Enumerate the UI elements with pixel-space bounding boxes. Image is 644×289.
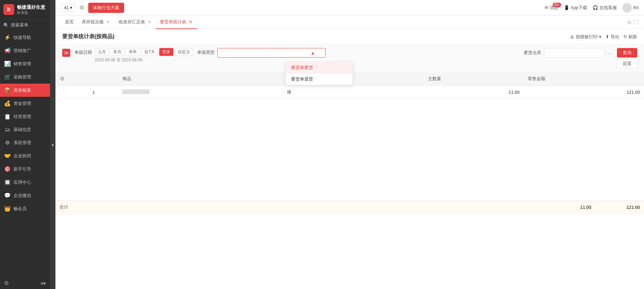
workspace-selector[interactable]: 41 ▾ xyxy=(61,3,75,12)
messages-btn[interactable]: ✉ 消息 99+ xyxy=(545,5,558,11)
sidebar-item-basic[interactable]: 🗂 基础信息 xyxy=(0,123,50,136)
col-qty: 主数量 xyxy=(424,72,524,86)
tab-home[interactable]: 首页 xyxy=(61,16,78,29)
close-requisition-stats-tab[interactable]: ✕ xyxy=(188,20,193,24)
sales-icon: 📊 xyxy=(4,61,11,67)
product-name-placeholder xyxy=(122,89,149,94)
sidebar-item-guide[interactable]: 🎯 新手引导 xyxy=(0,162,50,176)
page-actions: 🖨 按模板打印 ▾ ⬆ 导出 ↻ 刷新 xyxy=(570,34,637,40)
sidebar-scroll-up[interactable]: ▲ xyxy=(50,0,55,289)
chevron-down-icon2: ▾ xyxy=(599,34,601,39)
sidebar-item-wechat[interactable]: 💬 企业微信 xyxy=(0,189,50,202)
print-template-btn[interactable]: 🖨 按模板打印 ▾ xyxy=(570,34,601,40)
sidebar-item-enterprise[interactable]: 🤝 企业协同 xyxy=(0,149,50,162)
filter-bar: ≫ 单据日期 上月 本月 本年 近7天 更多 自定义 2023-05-06 至 … xyxy=(55,45,644,72)
date-btn-this-month[interactable]: 本月 xyxy=(110,48,124,56)
sidebar-item-operations[interactable]: 📋 经营管理 xyxy=(0,110,50,123)
sidebar-footer: ⚙ ⏮ xyxy=(0,277,50,289)
enterprise-icon: 🤝 xyxy=(4,153,11,159)
sidebar-item-system[interactable]: ⚙ 系统管理 xyxy=(0,136,50,149)
system-icon: ⚙ xyxy=(4,139,11,146)
sidebar-item-quick-nav[interactable]: ⚡ 快捷导航 xyxy=(0,31,50,44)
refresh-btn[interactable]: ↻ 刷新 xyxy=(623,34,637,40)
sidebar-item-app-center[interactable]: 🔲 应用中心 xyxy=(0,176,50,189)
dropdown-item-order[interactable]: 要货单要货 xyxy=(286,62,353,73)
sidebar-item-vip[interactable]: 👑 畅会员 xyxy=(0,202,50,215)
header-gear-icon[interactable]: ⚙ xyxy=(79,4,84,11)
page-header: 要货单统计表(按商品) 🖨 按模板打印 ▾ ⬆ 导出 ↻ 刷新 xyxy=(55,29,644,45)
more-options-icon[interactable]: ⋯ xyxy=(607,50,613,57)
wechat-icon: 💬 xyxy=(4,192,11,199)
warehouse-filter-group: 要货仓库 ⋯ xyxy=(524,48,613,58)
filter-settings-button[interactable]: 设置 xyxy=(617,59,637,68)
table-gear-icon[interactable]: ⚙ xyxy=(60,76,65,82)
online-service-btn[interactable]: 🎧 在线客服 xyxy=(593,5,617,11)
quick-nav-icon: ⚡ xyxy=(4,34,11,41)
date-btn-more[interactable]: 更多 xyxy=(159,48,173,56)
dropdown-item-return[interactable]: 要货单退货 xyxy=(286,73,353,85)
export-btn[interactable]: ⬆ 导出 xyxy=(605,34,619,40)
total-amount: 121.00 xyxy=(599,205,640,210)
tab-requisition-stats[interactable]: 要货单统计表 ✕ xyxy=(156,16,197,29)
trial-button[interactable]: 体验行业方案 xyxy=(88,3,124,13)
refresh-icon: ↻ xyxy=(623,34,627,39)
sidebar-logo: b 畅捷通好生意 标准版 xyxy=(0,0,50,19)
finance-icon: 💰 xyxy=(4,100,11,107)
print-icon: 🖨 xyxy=(570,34,574,39)
date-label: 单据日期 xyxy=(74,49,92,55)
sidebar-item-marketing[interactable]: 📢 营销推广 xyxy=(0,44,50,57)
inventory-icon: 📦 xyxy=(4,87,11,93)
cell-no: 1 xyxy=(69,86,118,99)
sidebar: b 畅捷通好生意 标准版 🔍 搜索菜单 ⚡ 快捷导航 📢 营销推广 📊 销售管理… xyxy=(0,0,50,289)
settings-icon[interactable]: ⚙ xyxy=(4,280,9,286)
sidebar-item-inventory[interactable]: 📦 库存核算 xyxy=(0,84,50,97)
filter-buttons: 查询 设置 xyxy=(617,48,637,68)
type-label: 单据类型 xyxy=(197,49,215,55)
app-name: 畅捷通好生意 xyxy=(17,4,45,10)
cell-qty: 11.00 xyxy=(424,86,524,99)
sidebar-item-sales[interactable]: 📊 销售管理 xyxy=(0,57,50,70)
table-row: 1 块 11.00 121.00 xyxy=(55,86,644,99)
date-btn-last-month[interactable]: 上月 xyxy=(95,48,109,56)
tab-inventory-batch[interactable]: 库存批次账 ✕ xyxy=(78,16,115,29)
expand-filter-btn[interactable]: ≫ xyxy=(62,49,70,57)
user-menu-btn[interactable]: Rit xyxy=(622,3,639,13)
date-btn-last-7-days[interactable]: 近7天 xyxy=(141,48,158,56)
minimize-icon[interactable]: ⊟ xyxy=(627,20,631,25)
table-empty-space xyxy=(55,99,644,200)
query-button[interactable]: 查询 xyxy=(617,48,637,58)
col-no xyxy=(69,72,118,86)
message-icon: ✉ xyxy=(545,5,548,10)
sidebar-search[interactable]: 🔍 搜索菜单 xyxy=(0,19,50,31)
operations-icon: 📋 xyxy=(4,113,11,120)
vip-icon: 👑 xyxy=(4,205,11,212)
warehouse-input[interactable] xyxy=(544,48,605,58)
type-select[interactable]: ▲ xyxy=(217,48,326,58)
chevron-down-icon: ▾ xyxy=(70,5,72,10)
app-center-icon: 🔲 xyxy=(4,179,11,185)
sidebar-item-purchase[interactable]: 🛒 采购管理 xyxy=(0,70,50,84)
close-shipment-summary-tab[interactable]: ✕ xyxy=(147,20,152,24)
col-product: 商品 xyxy=(118,72,283,86)
type-dropdown: 要货单要货 要货单退货 xyxy=(285,62,353,85)
app-download-btn[interactable]: 📱 App下载 xyxy=(564,5,587,11)
guide-icon: 🎯 xyxy=(4,166,11,172)
sidebar-item-finance[interactable]: 💰 资金管理 xyxy=(0,97,50,110)
search-icon: 🔍 xyxy=(3,23,9,28)
basic-icon: 🗂 xyxy=(4,127,11,133)
headset-icon: 🎧 xyxy=(593,5,598,10)
collapse-icon[interactable]: ⏮ xyxy=(41,280,46,286)
date-filter-group: 单据日期 上月 本月 本年 近7天 更多 自定义 2023-05-06 至 20… xyxy=(74,48,193,63)
date-btn-custom[interactable]: 自定义 xyxy=(175,48,193,56)
app-header: 41 ▾ ⚙ 体验行业方案 ✉ 消息 99+ 📱 App下载 🎧 在线客服 R xyxy=(55,0,644,16)
cell-product xyxy=(118,86,283,99)
date-btn-this-year[interactable]: 本年 xyxy=(126,48,140,56)
table-footer: 合计 11.00 121.00 xyxy=(55,200,644,214)
close-inventory-batch-tab[interactable]: ✕ xyxy=(106,20,111,24)
cell-settings xyxy=(55,86,69,99)
user-avatar xyxy=(622,3,632,13)
expand-icon[interactable]: ⛶ xyxy=(634,20,639,25)
tab-shipment-summary[interactable]: 收发存汇总表 ✕ xyxy=(115,16,156,29)
app-badge: 标准版 xyxy=(17,10,45,15)
header-right: ✉ 消息 99+ 📱 App下载 🎧 在线客服 Rit xyxy=(545,3,639,13)
